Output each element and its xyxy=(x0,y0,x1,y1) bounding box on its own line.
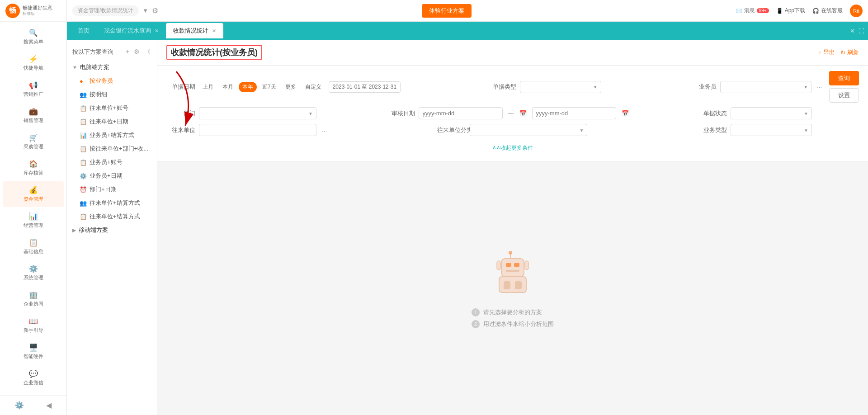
query-button[interactable]: 查询 xyxy=(829,71,859,85)
purchase-icon: 🛒 xyxy=(29,133,38,142)
app-download-button[interactable]: 📱 App下载 xyxy=(776,7,805,14)
scheme-item-dept-date[interactable]: ⏰ 部门+日期 xyxy=(67,183,157,196)
svg-rect-0 xyxy=(501,259,524,277)
tab-expand-icon[interactable]: ⛶ xyxy=(859,28,864,34)
salesperson-more-icon[interactable]: ··· xyxy=(817,84,822,90)
svg-rect-1 xyxy=(506,263,511,267)
step-1-text: 请先选择要分析的方案 xyxy=(483,308,542,316)
collapse-sidebar-icon[interactable]: ◀ xyxy=(44,399,53,411)
step-num-1: 1 xyxy=(472,308,480,316)
scheme-item-by-detail[interactable]: 👥 按明细 xyxy=(67,88,157,101)
scheme-item-salesperson-date[interactable]: ⚙️ 业务员+日期 xyxy=(67,169,157,183)
date-btn-custom[interactable]: 自定义 xyxy=(302,82,325,92)
add-scheme-icon[interactable]: + xyxy=(125,47,130,57)
scheme-item-salesperson-account[interactable]: 📋 业务员+账号 xyxy=(67,156,157,169)
scheme-item-label: 按业务员 xyxy=(90,77,113,85)
trial-button[interactable]: 体验行业方案 xyxy=(422,4,472,18)
scheme-item-unit-settlement1[interactable]: 👥 往来单位+结算方式 xyxy=(67,196,157,210)
date-btn-this-year[interactable]: 本年 xyxy=(239,82,257,92)
business-type-select[interactable] xyxy=(731,124,812,136)
empty-state: 1 请先选择要分析的方案 2 用过滤条件来缩小分析范围 xyxy=(157,161,868,415)
trading-unit-category-select[interactable] xyxy=(470,124,587,136)
sidebar-item-quick-nav[interactable]: ⚡ 快捷导航 xyxy=(3,50,64,76)
dept-select[interactable] xyxy=(199,107,316,119)
inventory-icon: 🏠 xyxy=(29,160,38,168)
sidebar-item-enterprise[interactable]: 🏢 企业协同 xyxy=(3,286,64,312)
sidebar-item-inventory[interactable]: 🏠 库存核算 xyxy=(3,155,64,181)
date-btn-last-month[interactable]: 上月 xyxy=(199,82,217,92)
sidebar-item-label: 库存核算 xyxy=(24,170,43,176)
trading-unit-category-label: 往来单位分类 xyxy=(437,126,466,134)
scheme-settings-icon[interactable]: ⚙ xyxy=(133,47,141,57)
sidebar-item-marketing[interactable]: 📢 营销推广 xyxy=(3,76,64,102)
message-button[interactable]: ✉️ 消息 99+ xyxy=(736,7,769,14)
date-btn-more[interactable]: 更多 xyxy=(282,82,300,92)
svg-rect-5 xyxy=(525,261,528,270)
scheme-item-icon: 📊 xyxy=(80,132,87,139)
scheme-group-mobile: ▶ 移动端方案 xyxy=(67,223,157,237)
sidebar-item-label: 基础信息 xyxy=(24,248,43,255)
filter-trading-unit-category-item: 往来单位分类 xyxy=(437,124,587,136)
sidebar-item-member[interactable]: 👑 畅会员 xyxy=(3,391,64,395)
sidebar-item-hardware[interactable]: 🖥️ 智能硬件 xyxy=(3,339,64,364)
doc-type-select[interactable] xyxy=(520,81,601,93)
date-btn-this-month[interactable]: 本月 xyxy=(219,82,237,92)
filter-trading-unit-item: 往来单位 ... xyxy=(166,124,327,136)
doc-status-select[interactable] xyxy=(731,107,812,119)
logo-icon: 畅 xyxy=(5,4,20,18)
tab-close-active-icon[interactable]: ✕ xyxy=(212,28,216,34)
scheme-group-pc-header[interactable]: ▼ 电脑端方案 xyxy=(67,61,157,74)
date-input-range[interactable]: 2023-01-01 至 2023-12-31 xyxy=(329,81,401,93)
trading-unit-input[interactable] xyxy=(199,124,316,136)
sidebar: 畅 畅捷通好生意 标准版 🔍 搜索菜单 ⚡ 快捷导航 📢 营销推广 💼 xyxy=(0,0,67,415)
review-date-end-input[interactable] xyxy=(532,107,616,119)
trading-unit-more-icon[interactable]: ... xyxy=(322,127,327,133)
scheme-collapse-icon[interactable]: 《 xyxy=(143,47,151,57)
sidebar-item-basic[interactable]: 📋 基础信息 xyxy=(3,234,64,259)
salesperson-input[interactable] xyxy=(720,81,811,93)
quick-nav-icon: ⚡ xyxy=(29,55,38,63)
tab-bank-flow[interactable]: 现金银行流水查询 ✕ xyxy=(97,23,166,38)
sidebar-item-sales[interactable]: 💼 销售管理 xyxy=(3,103,64,128)
online-service-button[interactable]: 🎧 在线客服 xyxy=(812,7,843,14)
scheme-group-mobile-header[interactable]: ▶ 移动端方案 xyxy=(67,223,157,237)
settings-button[interactable]: 设置 xyxy=(829,88,859,103)
tab-close-all-icon[interactable]: ✕ xyxy=(850,28,855,34)
sidebar-item-operation[interactable]: 📊 经营管理 xyxy=(3,208,64,233)
scheme-item-icon: 👥 xyxy=(80,200,87,207)
review-date-start-input[interactable] xyxy=(419,107,503,119)
doc-status-label: 单据状态 xyxy=(698,109,727,118)
tab-collection-stat[interactable]: 收款情况统计 ✕ xyxy=(166,23,223,38)
enterprise-icon: 🏢 xyxy=(29,291,38,299)
refresh-button[interactable]: ↻ 刷新 xyxy=(840,48,859,57)
review-date-end-calendar-icon[interactable]: 📅 xyxy=(622,110,629,117)
business-type-select-wrapper xyxy=(731,124,812,136)
logo-badge: 标准版 xyxy=(23,11,52,17)
tab-close-icon[interactable]: ✕ xyxy=(155,28,159,34)
sidebar-item-wechat[interactable]: 💬 企业微信 xyxy=(3,365,64,391)
settings-bottom-icon[interactable]: ⚙️ xyxy=(13,399,26,411)
scheme-item-unit-account[interactable]: 📋 往来单位+账号 xyxy=(67,101,157,115)
sidebar-item-label: 搜索菜单 xyxy=(24,38,43,45)
review-date-start-calendar-icon[interactable]: 📅 xyxy=(519,110,527,117)
export-button[interactable]: ↑ 导出 xyxy=(819,48,835,57)
tab-home[interactable]: 首页 xyxy=(71,23,97,38)
operation-icon: 📊 xyxy=(29,212,38,221)
scheme-item-unit-dept-collection[interactable]: 📋 按往来单位+部门+收... xyxy=(67,142,157,156)
user-avatar[interactable]: Rit xyxy=(850,5,863,17)
collapse-bar[interactable]: ∧∧ 收起更多条件 xyxy=(166,141,859,156)
sidebar-item-search-menu[interactable]: 🔍 搜索菜单 xyxy=(3,24,64,50)
svg-rect-2 xyxy=(514,263,519,267)
scheme-item-by-salesperson[interactable]: ● 按业务员 xyxy=(67,74,157,88)
sidebar-item-guide[interactable]: 📖 新手引导 xyxy=(3,312,64,338)
date-btn-last-7days[interactable]: 近7天 xyxy=(259,82,280,92)
filter-panel: 单据日期 上月 本月 本年 近7天 更多 自定义 2023-01-01 至 20… xyxy=(157,66,868,161)
topbar-settings-icon[interactable]: ⚙ xyxy=(152,6,158,15)
sidebar-item-purchase[interactable]: 🛒 采购管理 xyxy=(3,129,64,155)
sidebar-item-capital[interactable]: 💰 资金管理 xyxy=(3,181,64,207)
scheme-item-salesperson-settlement[interactable]: 📊 业务员+结算方式 xyxy=(67,128,157,142)
scheme-item-unit-date[interactable]: 📋 往来单位+日期 xyxy=(67,115,157,128)
scheme-item-unit-settlement2[interactable]: 📋 往来单位+结算方式 xyxy=(67,210,157,223)
breadcrumb-dropdown-icon[interactable]: ▼ xyxy=(142,7,148,14)
sidebar-item-system[interactable]: ⚙️ 系统管理 xyxy=(3,260,64,286)
